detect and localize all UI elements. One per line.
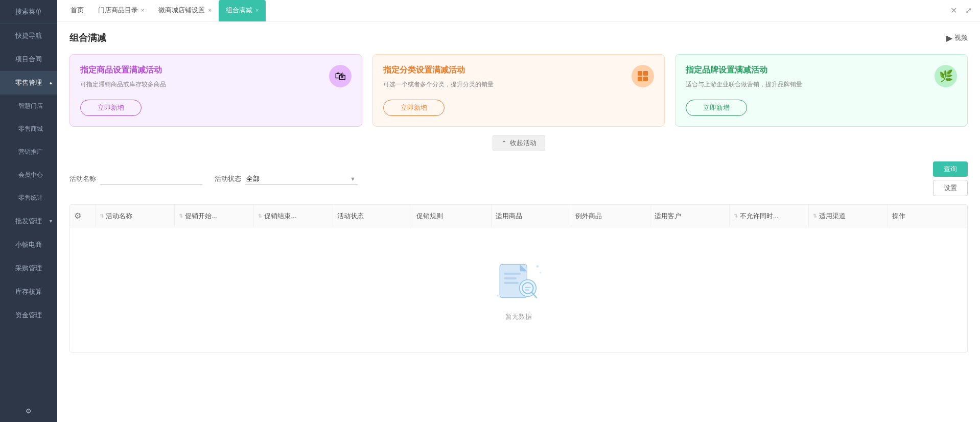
empty-text: 暂无数据 [505,312,532,321]
content-area: 组合满减 ▶ 视频 🛍 指定商品设置满减活动 可指定滞销商品或库存较多商品 立即… [57,21,980,422]
empty-illustration [493,258,544,304]
sidebar-item-quick-nav[interactable]: 快捷导航 [0,24,57,48]
svg-rect-0 [638,71,642,76]
bag-icon: 🛍 [335,69,346,83]
sidebar: 搜索菜单 快捷导航 项目合同 零售管理 智慧门店 零售商城 营销推广 会员中心 … [0,0,57,422]
tab-store-catalog-label: 门店商品目录 [98,6,138,15]
sidebar-item-xiaochange-ecom[interactable]: 小畅电商 [0,233,57,256]
svg-rect-8 [504,282,519,284]
collapse-bar: ⌃ 收起活动 [69,135,968,151]
table-header: ⚙ ⇅ 活动名称 ⇅ 促销开始... ⇅ 促销结束... 活动状态 [70,205,967,227]
th-channel-sort-icon[interactable]: ⇅ [813,213,817,219]
tab-bar-actions: ✕ ⤢ [948,4,974,17]
video-link[interactable]: ▶ 视频 [946,33,968,43]
card-category-desc: 可选一个或者多个分类，提升分类的销量 [383,80,655,89]
sidebar-item-retail-mall[interactable]: 零售商城 [0,118,57,140]
th-promo-end: ⇅ 促销结束... [254,205,333,227]
th-not-allow-sort-icon[interactable]: ⇅ [734,213,738,219]
svg-point-14 [536,265,539,268]
page-header: 组合满减 ▶ 视频 [69,32,968,44]
table-gear-icon[interactable]: ⚙ [74,211,81,221]
filter-name-item: 活动名称 [69,173,202,185]
collapse-icon: ⌃ [501,139,507,147]
th-applicable-goods: 适用商品 [492,205,571,227]
sidebar-search[interactable]: 搜索菜单 [0,0,57,24]
tab-home[interactable]: 首页 [63,0,91,21]
grid-icon [637,70,649,82]
th-promo-start-sort-icon[interactable]: ⇅ [179,213,183,219]
svg-rect-12 [525,287,530,288]
sidebar-item-project-contract[interactable]: 项目合同 [0,48,57,71]
sidebar-item-purchase-mgmt[interactable]: 采购管理 [0,256,57,280]
collapse-label: 收起活动 [510,138,536,148]
tab-store-catalog-close[interactable]: × [141,7,144,13]
th-status: 活动状态 [333,205,412,227]
tab-combo-discount-label: 组合满减 [226,6,252,15]
main-area: 首页 门店商品目录 × 微商城店铺设置 × 组合满减 × ✕ ⤢ 组合满减 ▶ … [57,0,980,422]
card-product-desc: 可指定滞销商品或库存较多商品 [80,80,352,89]
query-button[interactable]: 查询 [933,161,968,177]
th-applicable-channel: ⇅ 适用渠道 [809,205,888,227]
settings-icon: ⚙ [26,407,32,415]
sidebar-settings-btn[interactable]: ⚙ [0,400,57,422]
settings-button[interactable]: 设置 [933,180,968,196]
empty-state: 暂无数据 [70,227,967,352]
sidebar-item-member-center[interactable]: 会员中心 [0,163,57,186]
svg-rect-7 [504,277,517,279]
sidebar-item-finance-mgmt[interactable]: 资金管理 [0,303,57,327]
sidebar-item-retail-stats[interactable]: 零售统计 [0,186,57,209]
th-applicable-customer: 适用客户 [650,205,730,227]
page-title: 组合满减 [69,32,106,44]
card-brand-desc: 适合与上游企业联合做营销，提升品牌销量 [686,80,957,89]
th-exception-goods: 例外商品 [571,205,650,227]
svg-rect-13 [525,290,529,291]
svg-rect-2 [638,77,642,81]
filter-status-select-wrap: 全部 进行中 已结束 未开始 ▼ [245,173,358,185]
filter-status-select[interactable]: 全部 进行中 已结束 未开始 [245,173,358,184]
filter-status-label: 活动状态 [215,174,241,183]
tab-bar: 首页 门店商品目录 × 微商城店铺设置 × 组合满减 × ✕ ⤢ [57,0,980,21]
th-promo-rule: 促销规则 [412,205,492,227]
sidebar-item-retail-mgmt[interactable]: 零售管理 [0,71,57,95]
tab-wechat-settings-label: 微商城店铺设置 [158,6,205,15]
sidebar-item-wholesale-mgmt[interactable]: 批发管理 [0,209,57,233]
video-label: 视频 [954,33,968,42]
filter-name-label: 活动名称 [69,174,96,183]
card-brand-title: 指定品牌设置满减活动 [686,65,957,76]
collapse-activity-btn[interactable]: ⌃ 收起活动 [493,135,545,151]
card-category-btn[interactable]: 立即新增 [383,100,445,116]
window-close-icon[interactable]: ✕ [948,4,959,17]
filter-status-item: 活动状态 全部 进行中 已结束 未开始 ▼ [215,173,358,185]
sidebar-item-inventory-calc[interactable]: 库存核算 [0,280,57,303]
promo-card-category: 指定分类设置满减活动 可选一个或者多个分类，提升分类的销量 立即新增 [372,54,665,127]
promo-card-product: 🛍 指定商品设置满减活动 可指定滞销商品或库存较多商品 立即新增 [69,54,362,127]
play-circle-icon: ▶ [946,33,952,43]
th-not-allow-same: ⇅ 不允许同时... [730,205,809,227]
th-promo-start: ⇅ 促销开始... [175,205,254,227]
tab-wechat-settings[interactable]: 微商城店铺设置 × [151,0,218,21]
card-category-title: 指定分类设置满减活动 [383,65,655,76]
tab-store-catalog[interactable]: 门店商品目录 × [91,0,151,21]
leaf-icon: 🌿 [939,69,953,83]
card-brand-icon: 🌿 [935,65,957,87]
th-name-sort-icon[interactable]: ⇅ [100,213,104,219]
tab-combo-discount-close[interactable]: × [255,7,259,13]
data-table: ⚙ ⇅ 活动名称 ⇅ 促销开始... ⇅ 促销结束... 活动状态 [69,204,968,353]
svg-rect-3 [643,77,648,81]
tab-combo-discount[interactable]: 组合满减 × [219,0,266,21]
card-product-btn[interactable]: 立即新增 [80,100,142,116]
filter-section: 活动名称 活动状态 全部 进行中 已结束 未开始 ▼ 查询 设置 [69,161,968,196]
window-maximize-icon[interactable]: ⤢ [963,4,974,17]
th-action: 操作 [888,205,967,227]
sidebar-item-marketing[interactable]: 营销推广 [0,140,57,163]
th-settings[interactable]: ⚙ [70,205,96,227]
svg-rect-6 [504,273,521,275]
card-brand-btn[interactable]: 立即新增 [686,100,747,116]
card-product-title: 指定商品设置满减活动 [80,65,352,76]
sidebar-item-smart-store[interactable]: 智慧门店 [0,95,57,118]
th-promo-end-sort-icon[interactable]: ⇅ [258,213,262,219]
filter-name-input[interactable] [100,173,202,185]
svg-point-15 [540,272,541,273]
tab-wechat-settings-close[interactable]: × [208,7,211,13]
cards-section: 🛍 指定商品设置满减活动 可指定滞销商品或库存较多商品 立即新增 指定分类设置满… [69,54,968,127]
